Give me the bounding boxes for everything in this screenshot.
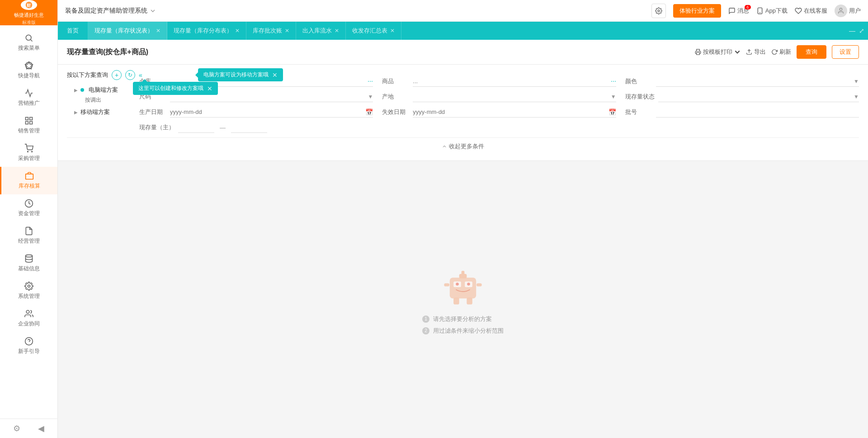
settings-query-button[interactable]: 设置 — [832, 45, 859, 59]
tab-home[interactable]: 首页 — [58, 22, 88, 40]
user-avatar — [835, 5, 847, 17]
filter-section: 电脑方案可设为移动方案哦 ✕ 这里可以创建和修改方案哦 ✕ 按以下方案查询 + … — [58, 65, 868, 161]
svg-point-2 — [26, 35, 31, 40]
expand-icon: ▶ — [74, 110, 78, 115]
messages-button[interactable]: 消息 6 — [728, 7, 749, 15]
origin-dropdown-icon[interactable]: ▼ — [611, 94, 616, 100]
scheme-tooltip-close[interactable]: ✕ — [272, 71, 278, 79]
tab-batch-ledger[interactable]: 库存批次账 ✕ — [246, 22, 296, 40]
svg-rect-7 — [29, 118, 32, 120]
sidebar-item-sales[interactable]: 销售管理 — [0, 112, 57, 139]
produce-date-input[interactable] — [170, 107, 365, 117]
sidebar-item-basic[interactable]: 基础信息 — [0, 250, 57, 277]
page-header: 现存量查询(按仓库+商品) 按模板打印 导出 刷新 查 — [58, 40, 868, 65]
collapse-icon[interactable]: ◀ — [38, 424, 44, 433]
create-tooltip: 这里可以创建和修改方案哦 ✕ — [133, 82, 218, 95]
sidebar-item-purchase[interactable]: 采购管理 — [0, 139, 57, 167]
settings-button[interactable] — [651, 4, 666, 18]
produce-date-input-wrap: 📅 — [170, 107, 373, 118]
settings-icon[interactable]: ⚙ — [13, 424, 20, 433]
app-download-button[interactable]: App下载 — [756, 7, 788, 15]
svg-point-14 — [28, 285, 30, 287]
main-content: 装备及固定资产辅助管理系统 体验行业方案 消息 6 App下载 在线客服 — [58, 0, 868, 438]
batch-field: 批号 — [625, 107, 859, 118]
sidebar-item-system[interactable]: 系统管理 — [0, 277, 57, 305]
color-input[interactable] — [656, 76, 854, 86]
sidebar-item-nav[interactable]: 快捷导航 — [0, 57, 57, 84]
product-more-icon[interactable]: ⋯ — [611, 78, 616, 85]
sidebar-item-finance[interactable]: 资金管理 — [0, 194, 57, 222]
batch-label: 批号 — [625, 108, 652, 116]
sidebar-nav: 搜索菜单 快捷导航 营销推广 销售管理 采购管理 库存核算 资金 — [0, 25, 57, 419]
color-input-wrap: ▼ — [656, 76, 859, 87]
svg-point-18 — [658, 10, 660, 12]
tab-close-batch[interactable]: ✕ — [285, 28, 289, 33]
svg-point-11 — [31, 151, 32, 152]
tab-minimize-icon[interactable]: — — [849, 27, 855, 34]
origin-input[interactable] — [413, 91, 610, 102]
size-dropdown-icon[interactable]: ▼ — [368, 94, 373, 100]
page-actions: 按模板打印 导出 刷新 查询 设置 — [695, 45, 859, 59]
tab-close-summary[interactable]: ✕ — [390, 28, 395, 33]
origin-input-wrap: ▼ — [413, 91, 616, 102]
tab-close-inout[interactable]: ✕ — [335, 28, 339, 33]
filter-grid-row2: 尺码 ▼ 产地 ▼ 现存量状态 — [139, 91, 859, 102]
produce-date-calendar-icon[interactable]: 📅 — [365, 108, 373, 116]
app-logo: 财 畅捷通好生意 标准版 — [0, 0, 57, 25]
user-menu[interactable]: 用户 — [835, 5, 861, 17]
product-input[interactable] — [413, 76, 610, 86]
origin-label: 产地 — [382, 93, 409, 101]
industry-button[interactable]: 体验行业方案 — [673, 4, 721, 18]
stock-status-input[interactable] — [658, 91, 854, 102]
tab-maximize-icon[interactable]: ⤢ — [859, 27, 864, 34]
batch-input[interactable] — [656, 107, 859, 118]
sidebar-item-marketing[interactable]: 营销推广 — [0, 84, 57, 112]
expire-date-calendar-icon[interactable]: 📅 — [609, 108, 616, 116]
stock-qty-to-input[interactable] — [231, 122, 267, 133]
sidebar-item-guide[interactable]: 新手引导 — [0, 332, 57, 360]
svg-rect-6 — [25, 118, 28, 120]
page-title: 现存量查询(按仓库+商品) — [67, 47, 148, 57]
tab-summary[interactable]: 收发存汇总表 ✕ — [346, 22, 401, 40]
sidebar-item-enterprise[interactable]: 企业协同 — [0, 305, 57, 332]
messages-badge: 6 — [745, 5, 751, 9]
svg-rect-33 — [453, 297, 459, 304]
sidebar-item-operations[interactable]: 经营管理 — [0, 222, 57, 250]
stock-status-input-wrap: ▼ — [658, 91, 859, 102]
cycle-scheme-button[interactable]: ↻ — [125, 70, 135, 80]
svg-point-13 — [25, 255, 32, 257]
tab-inventory-status[interactable]: 现存量（库存状况表） ✕ — [88, 22, 167, 40]
sidebar-item-inventory[interactable]: 库存核算 — [0, 167, 57, 194]
refresh-button[interactable]: 刷新 — [771, 48, 791, 56]
page-content: 现存量查询(按仓库+商品) 按模板打印 导出 刷新 查 — [58, 40, 868, 438]
more-filters-button[interactable]: 收起更多条件 — [67, 137, 859, 155]
query-button[interactable]: 查询 — [797, 45, 826, 59]
tab-close-inventory-status[interactable]: ✕ — [156, 28, 160, 33]
svg-rect-22 — [697, 52, 700, 55]
produce-date-label: 生产日期 — [139, 108, 166, 116]
expire-date-input[interactable] — [413, 107, 608, 117]
stock-status-dropdown-icon[interactable]: ▼ — [854, 94, 859, 100]
warehouse-more-icon[interactable]: ⋯ — [368, 78, 373, 85]
origin-field: 产地 ▼ — [382, 91, 616, 102]
sidebar-item-search[interactable]: 搜索菜单 — [0, 29, 57, 57]
export-button[interactable]: 导出 — [746, 48, 766, 56]
online-support-button[interactable]: 在线客服 — [795, 7, 827, 15]
stock-qty-field: 现存量（主） — — [139, 122, 373, 133]
create-tooltip-close[interactable]: ✕ — [207, 85, 212, 92]
page-title-row: 现存量查询(按仓库+商品) 按模板打印 导出 刷新 查 — [67, 45, 859, 59]
template-print-button[interactable]: 按模板打印 — [695, 48, 741, 56]
tab-close-distribution[interactable]: ✕ — [235, 28, 240, 33]
svg-rect-24 — [450, 278, 476, 298]
tab-inventory-distribution[interactable]: 现存量（库存分布表） ✕ — [167, 22, 246, 40]
tab-inout-flow[interactable]: 出入库流水 ✕ — [296, 22, 346, 40]
tip-number-2: 2 — [422, 327, 429, 334]
stock-qty-label: 现存量（主） — [139, 123, 175, 132]
header-actions: 消息 6 App下载 在线客服 用户 — [728, 5, 861, 17]
stock-qty-from-input[interactable] — [178, 122, 214, 133]
filter-grid-row3: 生产日期 📅 失效日期 📅 批号 — [139, 107, 859, 118]
svg-text:财: 财 — [26, 3, 31, 7]
add-scheme-button[interactable]: + — [112, 70, 122, 80]
tip-item-1: 1 请先选择要分析的方案 — [422, 313, 504, 325]
color-dropdown-icon[interactable]: ▼ — [854, 78, 859, 85]
